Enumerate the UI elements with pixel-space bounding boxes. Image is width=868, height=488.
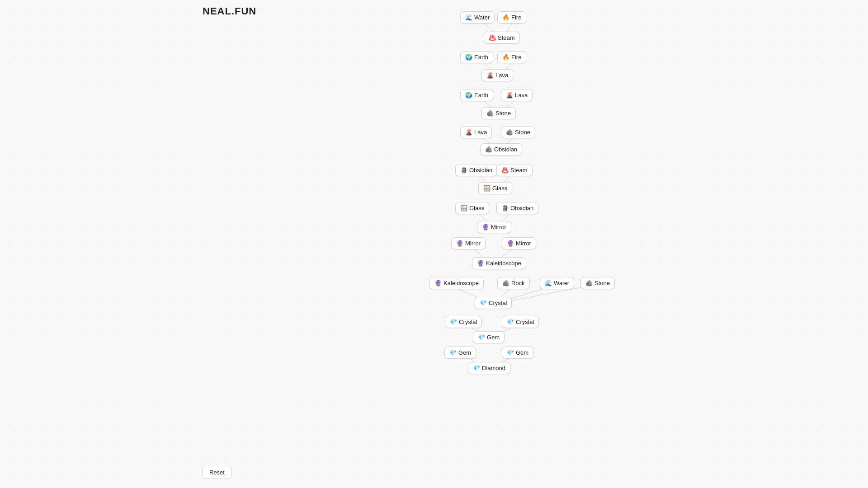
element-node-steam2[interactable]: ♨️Steam	[496, 164, 533, 176]
element-node-water2[interactable]: 🌊Water	[540, 277, 574, 289]
element-node-crystal2[interactable]: 💎Crystal	[445, 316, 482, 328]
element-node-stone2[interactable]: 🪨Stone	[501, 126, 535, 138]
element-node-gem3[interactable]: 💎Gem	[502, 347, 533, 359]
logo: NEAL.FUN	[203, 5, 256, 17]
element-node-glass1[interactable]: 🪟Glass	[478, 182, 512, 194]
element-node-gem1[interactable]: 💎Gem	[473, 331, 505, 343]
element-node-gem2[interactable]: 💎Gem	[444, 347, 476, 359]
element-node-lava2[interactable]: 🌋Lava	[501, 89, 533, 101]
element-node-crystal3[interactable]: 💎Crystal	[502, 316, 539, 328]
element-node-rock1[interactable]: 🪨Rock	[497, 277, 530, 289]
element-node-glass2[interactable]: 🪟Glass	[455, 202, 489, 214]
element-node-diamond1[interactable]: 💎Diamond	[468, 362, 510, 374]
element-node-earth2[interactable]: 🌍Earth	[460, 89, 493, 101]
element-node-earth1[interactable]: 🌍Earth	[460, 51, 493, 63]
element-node-lava1[interactable]: 🌋Lava	[481, 69, 513, 81]
element-node-mirror3[interactable]: 🔮Mirror	[502, 237, 536, 249]
element-node-stone3[interactable]: 🪨Stone	[580, 277, 615, 289]
element-node-mirror2[interactable]: 🔮Mirror	[451, 237, 486, 249]
element-node-kaleidoscope1[interactable]: 🔮Kaleidoscope	[472, 257, 526, 269]
element-node-steam1[interactable]: ♨️Steam	[484, 32, 520, 44]
element-node-water1[interactable]: 🌊Water	[460, 11, 495, 23]
element-node-lava3[interactable]: 🌋Lava	[460, 126, 492, 138]
element-node-fire1[interactable]: 🔥Fire	[497, 11, 526, 23]
reset-button[interactable]: Reset	[203, 466, 231, 479]
element-node-obsidian1[interactable]: 🪨Obsidian	[480, 143, 522, 155]
element-node-obsidian3[interactable]: 🗿Obsidian	[496, 202, 538, 214]
element-node-stone1[interactable]: 🪨Stone	[481, 107, 516, 119]
element-node-fire2[interactable]: 🔥Fire	[497, 51, 526, 63]
element-node-mirror1[interactable]: 🔮Mirror	[477, 221, 511, 233]
element-node-obsidian2[interactable]: 🗿Obsidian	[455, 164, 497, 176]
element-node-crystal1[interactable]: 💎Crystal	[475, 297, 512, 309]
element-node-kaleidoscope2[interactable]: 🔮Kaleidoscope	[429, 277, 484, 289]
